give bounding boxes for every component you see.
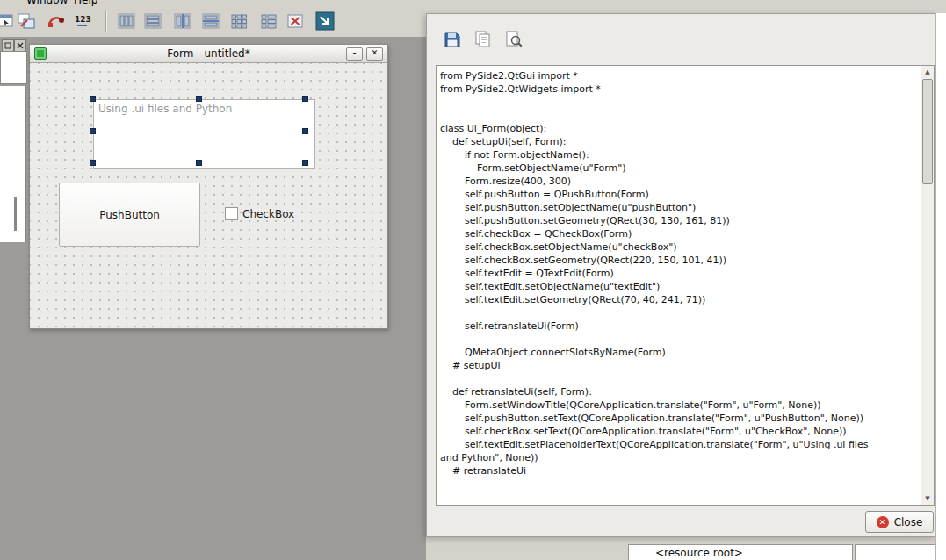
checkbox-widget[interactable]: CheckBox — [225, 207, 294, 220]
textedit-placeholder: Using .ui files and Python — [98, 103, 232, 115]
selection-handle-top-center[interactable] — [196, 96, 202, 102]
code-line: from PySide2.QtGui import * — [440, 69, 925, 83]
code-preview-dialog: from PySide2.QtGui import *from PySide2.… — [426, 13, 935, 537]
close-x-icon: ✕ — [877, 516, 889, 528]
resource-root-label[interactable]: <resource root> — [655, 547, 743, 559]
selection-handle-middle-left[interactable] — [90, 128, 96, 134]
code-vertical-scrollbar[interactable]: ▲ ▼ — [921, 66, 934, 505]
pushbutton-widget[interactable]: PushButton — [59, 183, 200, 247]
close-button-label: Close — [894, 516, 923, 528]
form-canvas[interactable]: Using .ui files and Python PushButton Ch… — [30, 63, 387, 328]
copy-icon[interactable] — [472, 28, 495, 51]
code-line: def retranslateUi(self, Form): — [440, 385, 925, 398]
layout-horizontally-icon[interactable] — [114, 9, 139, 33]
code-line: self.checkBox = QCheckBox(Form) — [440, 227, 925, 241]
mdi-workspace: Form - untitled* - ✕ Using .ui files and… — [0, 37, 426, 560]
svg-text:123: 123 — [75, 15, 91, 24]
selection-handle-top-right[interactable] — [302, 96, 308, 102]
resource-browser-fragment-right — [855, 544, 935, 560]
selection-handle-bottom-center[interactable] — [196, 160, 202, 166]
code-line — [440, 306, 925, 319]
code-line: # setupUi — [440, 359, 925, 372]
menu-help[interactable]: Help — [74, 0, 97, 6]
code-line: self.pushButton.setGeometry(QRect(30, 13… — [440, 214, 925, 227]
scroll-down-icon[interactable]: ▼ — [921, 492, 934, 505]
form-window-controls: - ✕ — [343, 47, 383, 61]
code-editor[interactable]: from PySide2.QtGui import *from PySide2.… — [436, 65, 935, 506]
code-line: def setupUi(self, Form): — [440, 135, 925, 148]
adjust-size-icon[interactable] — [313, 9, 337, 33]
code-line: self.checkBox.setGeometry(QRect(220, 150… — [440, 254, 925, 267]
code-line: if not Form.objectName(): — [440, 148, 925, 162]
code-line: from PySide2.QtWidgets import * — [440, 83, 925, 96]
code-line — [440, 109, 925, 122]
dock-float-icon[interactable] — [2, 39, 14, 52]
code-line: class Ui_Form(object): — [440, 122, 925, 135]
layout-horizontally-splitter-icon[interactable] — [170, 9, 195, 33]
code-line — [440, 372, 925, 385]
selection-handle-bottom-right[interactable] — [302, 160, 308, 166]
form-window-title: Form - untitled* — [30, 47, 387, 60]
layout-vertically-splitter-icon[interactable] — [199, 9, 223, 33]
code-text: from PySide2.QtGui import *from PySide2.… — [437, 68, 925, 477]
code-line: self.pushButton = QPushButton(Form) — [440, 188, 925, 201]
code-line: self.textEdit.setObjectName(u"textEdit") — [440, 280, 925, 293]
code-line: Form.setObjectName(u"Form") — [440, 162, 925, 175]
edit-tab-order-icon[interactable]: 123 — [70, 9, 95, 33]
menu-bar: Window Help — [0, 0, 946, 7]
code-line: self.pushButton.setText(QCoreApplication… — [440, 412, 925, 425]
code-line: self.checkBox.setObjectName(u"checkBox") — [440, 241, 925, 254]
code-line — [440, 96, 925, 109]
menu-window[interactable]: Window — [26, 0, 68, 6]
widgetbox-filter-fragment[interactable] — [0, 51, 27, 84]
code-line: self.textEdit = QTextEdit(Form) — [440, 267, 925, 280]
layout-grid-icon[interactable] — [227, 9, 251, 33]
find-icon[interactable] — [502, 28, 525, 51]
selection-handle-middle-right[interactable] — [302, 128, 308, 134]
pushbutton-label: PushButton — [99, 209, 160, 221]
close-dialog-button[interactable]: ✕ Close — [865, 511, 934, 533]
code-line: self.textEdit.setGeometry(QRect(70, 40, … — [440, 293, 925, 306]
minimize-button[interactable]: - — [346, 47, 363, 61]
code-dialog-toolbar — [441, 28, 525, 51]
form-titlebar[interactable]: Form - untitled* - ✕ — [30, 45, 387, 63]
code-line: and Python", None)) — [440, 451, 925, 464]
save-icon[interactable] — [441, 28, 464, 51]
resource-browser-fragment: <resource root> — [628, 544, 853, 560]
code-line: QMetaObject.connectSlotsByName(Form) — [440, 346, 925, 359]
scroll-up-icon[interactable]: ▲ — [921, 66, 934, 78]
code-line: self.pushButton.setObjectName(u"pushButt… — [440, 201, 925, 214]
widgetbox-scrollbar[interactable] — [14, 197, 17, 231]
dock-close-icon[interactable] — [14, 39, 26, 52]
checkbox-label: CheckBox — [242, 208, 294, 220]
scrollbar-thumb[interactable] — [922, 79, 933, 184]
layout-form-icon[interactable] — [256, 9, 281, 33]
code-line — [440, 333, 925, 346]
checkbox-indicator[interactable] — [225, 207, 238, 220]
form-editor-window: Form - untitled* - ✕ Using .ui files and… — [29, 44, 388, 329]
toolbar-separator — [105, 11, 106, 32]
selection-handle-bottom-left[interactable] — [90, 160, 96, 166]
right-dock-fragment — [935, 13, 946, 560]
code-line: self.checkBox.setText(QCoreApplication.t… — [440, 425, 925, 438]
code-line: Form.resize(400, 300) — [440, 175, 925, 188]
code-line: Form.setWindowTitle(QCoreApplication.tra… — [440, 398, 925, 412]
edit-buddies-icon[interactable] — [44, 9, 69, 33]
code-line: # retranslateUi — [440, 464, 925, 477]
close-button[interactable]: ✕ — [366, 47, 383, 61]
textedit-widget[interactable]: Using .ui files and Python — [93, 99, 315, 169]
selection-handle-top-left[interactable] — [90, 96, 96, 102]
widgetbox-panel-fragment — [0, 86, 26, 242]
qt-designer-window: Window Help 123 — [0, 0, 946, 560]
edit-signals-slots-icon[interactable] — [14, 9, 39, 33]
code-line: self.textEdit.setPlaceholderText(QCoreAp… — [440, 438, 925, 451]
code-line: self.retranslateUi(Form) — [440, 319, 925, 333]
break-layout-icon[interactable] — [283, 9, 307, 33]
layout-vertically-icon[interactable] — [141, 9, 165, 33]
